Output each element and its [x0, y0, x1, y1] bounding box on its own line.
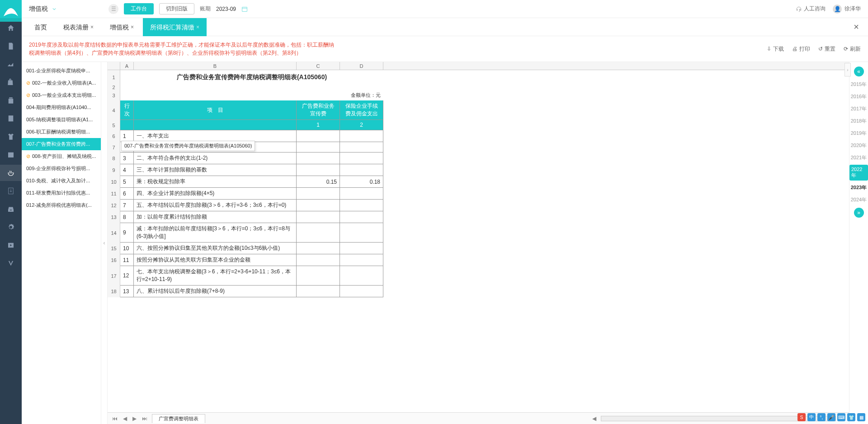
row-val-c[interactable] [297, 164, 340, 176]
row-text[interactable]: 八、累计结转以后年度扣除额(7+8-9) [134, 286, 297, 297]
form-item[interactable]: 011-研发费用加计扣除优惠... [22, 187, 101, 199]
row-val-d[interactable] [340, 254, 383, 266]
nav-export-icon[interactable] [0, 183, 22, 199]
row-no[interactable]: 9 [120, 223, 134, 243]
ime-mic-icon[interactable]: 🎤 [827, 413, 835, 421]
form-item[interactable]: 010-免税、减计收入及加计... [22, 175, 101, 187]
th-c[interactable]: 广告费和业务宣传费 [297, 100, 340, 120]
row-text[interactable]: 乘：税收规定扣除率 [134, 176, 297, 188]
row-header[interactable]: 4 [108, 100, 120, 120]
grid[interactable]: 007-广告费和业务宣传费跨年度纳税调整明细表(A105060) 1广告费和业务… [108, 70, 849, 412]
row-val-c[interactable]: 0.15 [297, 176, 340, 188]
year-2022年[interactable]: 2022年 [849, 165, 868, 181]
year-2015年[interactable]: 2015年 [851, 79, 867, 90]
row-text[interactable]: 按照分摊协议从其他关联方归集至本企业的金额 [134, 254, 297, 266]
nav-video-icon[interactable] [0, 237, 22, 253]
tab-close-icon[interactable]: × [90, 18, 94, 36]
form-item[interactable]: ⊘002-一般企业收入明细表(A... [22, 77, 101, 89]
cell[interactable] [134, 120, 297, 130]
row-header[interactable]: 11 [108, 188, 120, 200]
close-all-tabs[interactable]: × [850, 22, 863, 32]
sheet-nav-prev[interactable]: ◀ [122, 415, 128, 422]
form-item[interactable]: ⊘003-一般企业成本支出明细... [22, 89, 101, 101]
row-text[interactable]: 减：本年扣除的以前年度结转额[3＞6，本行=0；3≤6，本行=8与(6-3)孰小… [134, 223, 297, 243]
form-item[interactable]: 005-纳税调整项目明细表(A1... [22, 114, 101, 126]
th-d[interactable]: 保险企业手续费及佣金支出 [340, 100, 383, 120]
nav-chart-icon[interactable] [0, 56, 22, 72]
row-header[interactable]: 16 [108, 254, 120, 266]
form-item[interactable]: 006-职工薪酬纳税调整明细... [22, 126, 101, 138]
form-item[interactable]: ⊘008-资产折旧、摊销及纳税... [22, 150, 101, 162]
nav-shirt-icon[interactable] [0, 129, 22, 145]
row-val-c[interactable] [297, 152, 340, 164]
row-header[interactable]: 1 [108, 70, 120, 85]
row-text[interactable]: 四、本企业计算的扣除限额(4×5) [134, 188, 297, 200]
row-val-c[interactable] [297, 200, 340, 211]
row-val-d[interactable] [340, 130, 383, 142]
tab-税表清册[interactable]: 税表清册× [56, 18, 101, 36]
row-val-d[interactable] [340, 211, 383, 223]
row-val-d[interactable] [340, 243, 383, 254]
year-2024年[interactable]: 2024年 [851, 195, 867, 205]
row-val-d[interactable] [340, 266, 383, 286]
year-2021年[interactable]: 2021年 [851, 152, 867, 163]
row-header[interactable]: 14 [108, 223, 120, 243]
sheet-nav-first[interactable]: ⏮ [111, 415, 118, 422]
sheet-nav-last[interactable]: ⏭ [141, 415, 148, 422]
col-header-c[interactable]: C [297, 62, 340, 70]
calendar-icon[interactable] [241, 6, 248, 12]
row-val-c[interactable] [297, 130, 340, 142]
row-val-d[interactable] [340, 152, 383, 164]
ime-brand-icon[interactable]: S [797, 413, 806, 421]
collapse-handle[interactable]: ‹ [101, 62, 108, 424]
tab-首页[interactable]: 首页 [27, 18, 54, 36]
cell[interactable] [297, 85, 340, 90]
row-header[interactable]: 7 [108, 142, 120, 152]
form-item[interactable]: 009-企业所得税弥补亏损明... [22, 162, 101, 175]
refresh-button[interactable]: ⟳ 刷新 [844, 45, 861, 53]
row-val-d[interactable] [340, 188, 383, 200]
row-text[interactable]: 六、按照分摊协议归集至其他关联方的金额(10≤3与6孰小值) [134, 243, 297, 254]
year-2020年[interactable]: 2020年 [851, 140, 867, 151]
cell[interactable] [340, 85, 383, 90]
download-button[interactable]: ⇩ 下载 [767, 45, 784, 53]
row-val-d[interactable] [340, 223, 383, 243]
row-val-c[interactable] [297, 254, 340, 266]
reset-button[interactable]: ↺ 重置 [818, 45, 835, 53]
cell[interactable] [120, 120, 134, 130]
row-text[interactable]: 加：以前年度累计结转扣除额 [134, 211, 297, 223]
tab-所得税汇算清缴[interactable]: 所得税汇算清缴× [143, 18, 207, 36]
row-val-c[interactable] [297, 211, 340, 223]
row-no[interactable]: 4 [120, 164, 134, 176]
tab-close-icon[interactable]: × [196, 18, 199, 36]
row-no[interactable]: 6 [120, 188, 134, 200]
print-button[interactable]: 🖨 打印 [792, 45, 810, 53]
expand-handle[interactable]: › [844, 63, 851, 76]
row-no[interactable]: 11 [120, 254, 134, 266]
year-down[interactable]: » [854, 208, 864, 218]
form-item[interactable]: 012-减免所得税优惠明细表(... [22, 199, 101, 211]
row-text[interactable]: 七、本年支出纳税调整金额(3＞6，本行=2+3-6+10-11；3≤6，本行=2… [134, 266, 297, 286]
ime-lang-icon[interactable]: 中 [807, 413, 816, 421]
row-val-c[interactable] [297, 142, 340, 152]
row-header[interactable]: 15 [108, 243, 120, 254]
user-menu[interactable]: 👤 徐泽华 [833, 5, 861, 14]
nav-v-icon[interactable] [0, 255, 22, 272]
row-header[interactable]: 3 [108, 90, 120, 100]
col-header-d[interactable]: D [340, 62, 383, 70]
row-text[interactable]: 三、本年计算扣除限额的基数 [134, 164, 297, 176]
year-2017年[interactable]: 2017年 [851, 104, 867, 114]
row-header[interactable]: 10 [108, 176, 120, 188]
col-header-b[interactable]: B [134, 62, 297, 70]
row-val-d[interactable] [340, 200, 383, 211]
hscroll-left[interactable]: ◀ [591, 415, 597, 422]
row-val-c[interactable] [297, 286, 340, 297]
row-text[interactable]: 二、本年符合条件的支出(1-2) [134, 152, 297, 164]
tab-增值税[interactable]: 增值税× [103, 18, 141, 36]
col-header-a[interactable]: A [120, 62, 134, 70]
row-header[interactable]: 6 [108, 130, 120, 142]
support-link[interactable]: 人工咨询 [796, 5, 826, 13]
year-up[interactable]: « [854, 67, 864, 76]
row-no[interactable]: 3 [120, 152, 134, 164]
row-val-d[interactable] [340, 164, 383, 176]
